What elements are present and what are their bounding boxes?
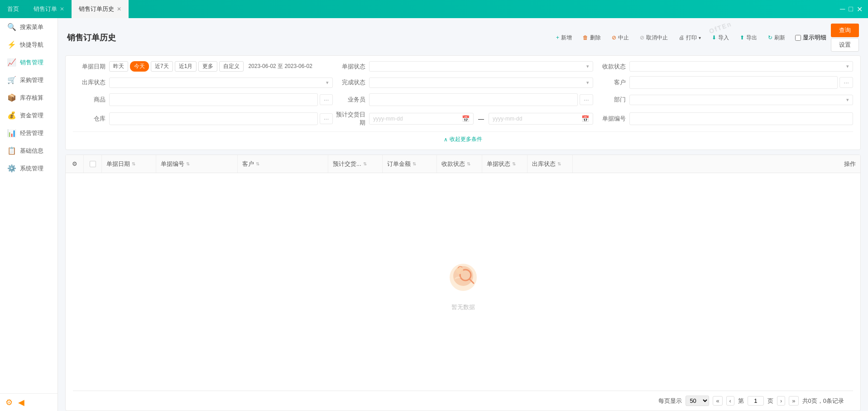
- salesman-ellipsis-btn[interactable]: ···: [580, 94, 593, 105]
- sidebar-item-quick-nav[interactable]: ⚡ 快捷导航: [0, 36, 58, 53]
- customer-input[interactable]: [629, 76, 838, 89]
- complete-control[interactable]: ▾: [369, 77, 593, 88]
- date-btn-1month[interactable]: 近1月: [175, 61, 197, 72]
- settings-gear-icon[interactable]: ⚙: [72, 160, 77, 167]
- collapse-bar[interactable]: ∧ 收起更多条件: [73, 134, 853, 144]
- sort-status-icon[interactable]: ⇅: [512, 161, 516, 166]
- sidebar-item-inventory[interactable]: 📦 库存核算: [0, 89, 58, 106]
- order-num-input[interactable]: [629, 112, 853, 125]
- import-button[interactable]: ⬇ 导入: [707, 32, 734, 44]
- sidebar-item-purchase[interactable]: 🛒 采购管理: [0, 71, 58, 89]
- maximize-icon[interactable]: □: [849, 5, 853, 13]
- goods-control[interactable]: ···: [109, 93, 333, 106]
- delete-button[interactable]: 🗑 删除: [578, 32, 605, 44]
- cancel-stop-button[interactable]: ⊘ 取消中止: [635, 32, 672, 44]
- th-customer[interactable]: 客户 ⇅: [238, 155, 328, 173]
- close-icon[interactable]: ✕: [857, 5, 863, 14]
- last-page-btn[interactable]: »: [789, 396, 798, 406]
- refresh-button[interactable]: ↻ 刷新: [763, 32, 790, 44]
- goods-ellipsis-btn[interactable]: ···: [320, 94, 333, 105]
- sort-deliver-icon[interactable]: ⇅: [363, 161, 367, 166]
- deliver-date-to[interactable]: yyyy-mm-dd 📅: [489, 113, 593, 125]
- quick-nav-icon: ⚡: [7, 40, 16, 49]
- th-doc-status[interactable]: 单据状态 ⇅: [482, 155, 528, 173]
- sidebar-item-system[interactable]: ⚙️ 系统管理: [0, 160, 58, 177]
- deliver-date-from[interactable]: yyyy-mm-dd 📅: [369, 113, 474, 125]
- date-btn-7days[interactable]: 近7天: [151, 61, 173, 72]
- salesman-control[interactable]: ···: [369, 93, 593, 106]
- stop-button[interactable]: ⊘ 中止: [607, 32, 633, 44]
- minimize-icon[interactable]: ─: [840, 5, 845, 13]
- th-out-status[interactable]: 出库状态 ⇅: [528, 155, 573, 173]
- th-settings[interactable]: ⚙: [66, 155, 84, 173]
- sort-amount-icon[interactable]: ⇅: [412, 161, 416, 166]
- sort-receipt-icon[interactable]: ⇅: [467, 161, 470, 166]
- warehouse-control[interactable]: ···: [109, 112, 333, 125]
- sidebar-item-operations[interactable]: 📊 经营管理: [0, 124, 58, 142]
- th-order-num[interactable]: 单据编号 ⇅: [156, 155, 238, 173]
- customer-ellipsis-btn[interactable]: ···: [839, 77, 853, 88]
- date-btn-more[interactable]: 更多: [198, 61, 217, 72]
- settings-button[interactable]: 设置: [831, 38, 859, 52]
- first-page-btn[interactable]: «: [713, 396, 722, 406]
- calendar-to-icon[interactable]: 📅: [581, 115, 589, 122]
- tab-sales-history-close[interactable]: ✕: [117, 6, 121, 12]
- complete-select[interactable]: ▾: [369, 77, 593, 88]
- out-status-select[interactable]: ▾: [109, 77, 333, 88]
- date-btn-yesterday[interactable]: 昨天: [109, 61, 128, 72]
- cancel-stop-icon: ⊘: [640, 34, 644, 41]
- per-page-select[interactable]: 50 10 20 100: [686, 396, 709, 406]
- dept-select[interactable]: ▾: [629, 95, 853, 105]
- receipt-status-control[interactable]: ▾: [629, 61, 853, 72]
- date-btn-custom[interactable]: 自定义: [219, 61, 244, 72]
- deliver-to-text: yyyy-mm-dd: [493, 116, 522, 122]
- out-status-control[interactable]: ▾: [109, 77, 333, 88]
- sidebar-item-basic[interactable]: 📋 基础信息: [0, 142, 58, 160]
- receipt-status-select[interactable]: ▾: [629, 61, 853, 72]
- th-date[interactable]: 单据日期 ⇅: [102, 155, 156, 173]
- tab-sales-order-close[interactable]: ✕: [60, 6, 64, 12]
- sidebar-settings-icon[interactable]: ⚙: [5, 397, 13, 407]
- sort-num-icon[interactable]: ⇅: [186, 161, 190, 166]
- page-number-input[interactable]: [748, 396, 764, 406]
- new-button[interactable]: + 新增: [551, 32, 576, 44]
- sidebar-item-sales[interactable]: 📈 销售管理: [0, 53, 58, 71]
- show-detail-checkbox[interactable]: [795, 35, 801, 41]
- salesman-input[interactable]: [369, 93, 578, 106]
- tab-sales-history[interactable]: 销售订单历史 ✕: [72, 0, 129, 18]
- sort-date-icon[interactable]: ⇅: [132, 161, 135, 166]
- th-deliver[interactable]: 预计交货... ⇅: [328, 155, 383, 173]
- dept-control[interactable]: ▾: [629, 95, 853, 105]
- warehouse-ellipsis-btn[interactable]: ···: [320, 113, 333, 124]
- tab-home[interactable]: 首页: [0, 0, 26, 18]
- print-arrow-icon: ▾: [699, 35, 701, 40]
- status-control[interactable]: ▾: [369, 61, 593, 72]
- sort-out-icon[interactable]: ⇅: [557, 161, 561, 166]
- goods-input[interactable]: [109, 93, 318, 106]
- new-icon: +: [556, 34, 559, 41]
- date-btn-today[interactable]: 今天: [130, 61, 149, 72]
- complete-arrow-icon: ▾: [586, 80, 589, 86]
- out-status-label: 出库状态: [73, 78, 109, 87]
- sort-customer-icon[interactable]: ⇅: [256, 161, 259, 166]
- prev-page-btn[interactable]: ‹: [726, 396, 734, 406]
- empty-illustration: [441, 252, 486, 298]
- query-button[interactable]: 查询: [831, 24, 859, 37]
- header-checkbox[interactable]: [90, 161, 96, 167]
- sidebar-item-finance[interactable]: 💰 资金管理: [0, 106, 58, 124]
- calendar-from-icon[interactable]: 📅: [462, 115, 470, 122]
- print-button[interactable]: 🖨 打印 ▾: [674, 32, 705, 44]
- warehouse-input[interactable]: [109, 112, 318, 125]
- customer-control[interactable]: ···: [629, 76, 853, 89]
- status-select[interactable]: ▾: [369, 61, 593, 72]
- order-num-control[interactable]: [629, 112, 853, 125]
- th-receipt-status[interactable]: 收款状态 ⇅: [437, 155, 482, 173]
- next-page-btn[interactable]: ›: [777, 396, 785, 406]
- th-checkbox[interactable]: [84, 155, 102, 173]
- tab-sales-order[interactable]: 销售订单 ✕: [26, 0, 72, 18]
- th-num-label: 单据编号: [161, 160, 184, 168]
- th-amount[interactable]: 订单金额 ⇅: [383, 155, 437, 173]
- sidebar-item-search[interactable]: 🔍 搜索菜单: [0, 18, 58, 36]
- export-button[interactable]: ⬆ 导出: [735, 32, 762, 44]
- sidebar-collapse-icon[interactable]: ◀: [18, 397, 24, 407]
